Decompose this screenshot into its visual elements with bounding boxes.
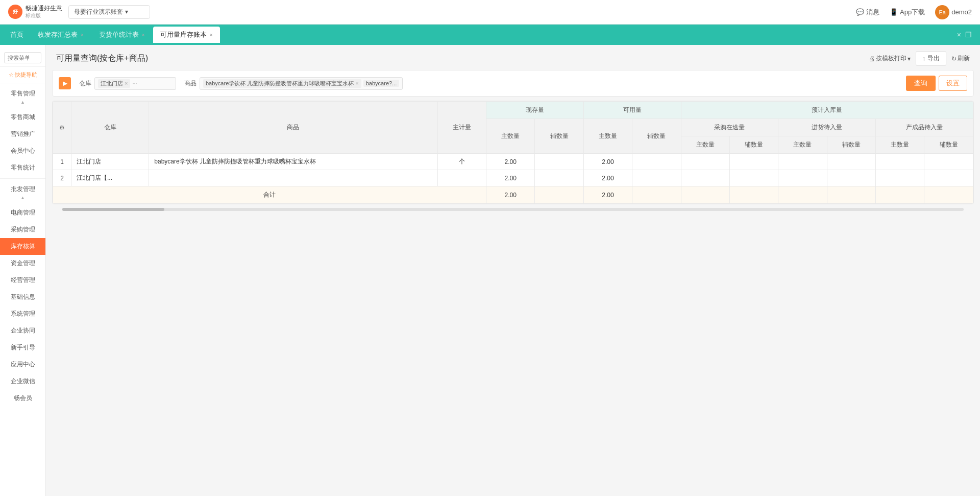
sidebar-item-retail-mgmt[interactable]: 零售管理 ▲ — [0, 85, 45, 109]
sidebar: ☆ 快捷导航 零售管理 ▲ 零售商城 营销推广 会员中心 零售统计 批发管理 ▲… — [0, 45, 46, 496]
app-center-label: 应用中心 — [11, 360, 35, 369]
tab-available-inventory[interactable]: 可用量库存账本 × — [153, 27, 220, 43]
export-label: 导出 — [927, 54, 940, 63]
footer-avail-main: 2.00 — [583, 186, 632, 204]
top-bar-left: 好 畅捷通好生意 标准版 母婴行业演示账套 ▾ — [8, 5, 150, 19]
prod-aux-header: 辅数量 — [924, 136, 973, 154]
vip-label: 畅会员 — [14, 394, 32, 403]
sidebar-item-app-center[interactable]: 应用中心 — [0, 356, 45, 373]
tab-home[interactable]: 首页 — [4, 27, 30, 43]
tab-available-close[interactable]: × — [210, 32, 213, 38]
sidebar-divider-1 — [0, 83, 45, 83]
warehouse-label: 仓库 — [79, 79, 91, 88]
sidebar-item-retail-shop[interactable]: 零售商城 — [0, 109, 45, 126]
tab-receive-label: 收发存汇总表 — [38, 30, 78, 39]
search-input[interactable] — [4, 52, 41, 63]
industry-selector[interactable]: 母婴行业演示账套 ▾ — [68, 5, 150, 19]
footer-avail-aux — [632, 186, 681, 204]
sidebar-search-wrap — [0, 49, 45, 67]
window-close-btn[interactable]: × — [957, 31, 961, 39]
sidebar-item-wholesale-mgmt[interactable]: 批发管理 ▲ — [0, 181, 45, 204]
sidebar-item-ops[interactable]: 经营管理 — [0, 272, 45, 289]
window-controls: × ❐ — [957, 31, 976, 39]
retail-stat-label: 零售统计 — [11, 163, 35, 172]
page-actions: 🖨 按模板打印 ▾ ↑ 导出 ↻ 刷新 — [869, 51, 970, 66]
sidebar-item-purchase[interactable]: 采购管理 — [0, 221, 45, 238]
avail-main-qty-header: 主数量 — [583, 119, 632, 154]
row-prod-main — [876, 170, 924, 186]
sidebar-item-retail-stat[interactable]: 零售统计 — [0, 159, 45, 176]
message-btn[interactable]: 💬 消息 — [856, 8, 879, 17]
nav-tabs: 首页 收发存汇总表 × 要货单统计表 × 可用量库存账本 × × ❐ — [0, 25, 980, 45]
row-warehouse: 江北门店 — [71, 154, 149, 170]
current-main-qty-header: 主数量 — [486, 119, 534, 154]
retail-mgmt-label: 零售管理 — [11, 89, 35, 98]
sidebar-item-marketing[interactable]: 营销推广 — [0, 126, 45, 143]
sidebar-item-newbie[interactable]: 新手引导 — [0, 339, 45, 356]
row-warehouse: 江北门店【... — [71, 170, 149, 186]
warehouse-tag-close[interactable]: × — [125, 80, 128, 86]
inventory-label: 库存核算 — [11, 242, 35, 251]
product-tag-1-close[interactable]: × — [355, 80, 358, 86]
product-input[interactable]: babycare学饮杯 儿童防摔防撞吸管杯重力球吸嘴杯宝宝水杯 × babyca… — [200, 77, 403, 90]
row-current-aux — [535, 154, 583, 170]
sidebar-item-member[interactable]: 会员中心 — [0, 143, 45, 159]
setting-btn[interactable]: 设置 — [939, 76, 967, 91]
filter-expand-btn[interactable]: ▶ — [59, 77, 71, 89]
scrollbar-track[interactable] — [62, 208, 964, 211]
expand-icon: ▶ — [63, 80, 67, 87]
user-profile-btn[interactable]: Ea demo2 — [935, 5, 972, 19]
tab-receive-close[interactable]: × — [81, 32, 84, 38]
message-label: 消息 — [866, 8, 879, 17]
logo-text: 畅捷通好生意 — [26, 5, 62, 12]
row-num: 1 — [53, 154, 71, 170]
product-label: 商品 — [184, 79, 197, 88]
warehouse-tag-text: 江北门店 — [101, 80, 123, 87]
product-tag-1: babycare学饮杯 儿童防摔防撞吸管杯重力球吸嘴杯宝宝水杯 × — [203, 79, 361, 88]
row-in-aux — [827, 154, 875, 170]
sidebar-item-ecommerce[interactable]: 电商管理 — [0, 204, 45, 221]
window-restore-btn[interactable]: ❐ — [965, 31, 972, 39]
row-avail-aux — [632, 170, 681, 186]
tab-order-stat[interactable]: 要货单统计表 × — [92, 27, 152, 43]
print-chevron: ▾ — [908, 55, 911, 62]
print-btn[interactable]: 🖨 按模板打印 ▾ — [869, 54, 911, 63]
quick-nav-btn[interactable]: ☆ 快捷导航 — [0, 69, 45, 81]
row-current-main: 2.00 — [486, 154, 534, 170]
query-btn[interactable]: 查询 — [906, 76, 936, 91]
scrollbar-thumb[interactable] — [62, 208, 164, 211]
sidebar-item-wechat[interactable]: 企业微信 — [0, 373, 45, 390]
warehouse-tag: 江北门店 × — [98, 79, 130, 88]
in-main-header: 主数量 — [778, 136, 827, 154]
avatar: Ea — [935, 5, 949, 19]
ops-label: 经营管理 — [11, 276, 35, 285]
app-download-btn[interactable]: 📱 App下载 — [890, 8, 925, 17]
export-btn[interactable]: ↑ 导出 — [916, 51, 946, 66]
sidebar-item-basic[interactable]: 基础信息 — [0, 289, 45, 305]
sidebar-item-finance[interactable]: 资金管理 — [0, 255, 45, 272]
footer-pur-main — [681, 186, 729, 204]
footer-in-aux — [827, 186, 875, 204]
warehouse-input[interactable]: 江北门店 × ··· — [94, 77, 176, 90]
sidebar-item-inventory[interactable]: 库存核算 — [0, 238, 45, 255]
logo-text-block: 畅捷通好生意 标准版 — [26, 5, 62, 19]
app-download-label: App下载 — [900, 8, 925, 17]
sidebar-item-vip[interactable]: 畅会员 — [0, 390, 45, 407]
row-in-aux — [827, 170, 875, 186]
tab-order-close[interactable]: × — [142, 32, 145, 38]
tab-receive-summary[interactable]: 收发存汇总表 × — [31, 27, 91, 43]
subgroup-product-incoming: 产成品待入量 — [876, 119, 973, 136]
col-settings[interactable]: ⚙ — [53, 102, 71, 154]
footer-prod-main — [876, 186, 924, 204]
col-main-unit-header: 主计量 — [437, 102, 486, 154]
chevron-down-icon: ▾ — [125, 8, 128, 15]
refresh-btn[interactable]: ↻ 刷新 — [951, 54, 970, 63]
row-current-main: 2.00 — [486, 170, 534, 186]
col-product-header: 商品 — [149, 102, 437, 154]
sidebar-item-system[interactable]: 系统管理 — [0, 305, 45, 322]
row-product — [149, 170, 437, 186]
row-current-aux — [535, 170, 583, 186]
retail-shop-label: 零售商城 — [11, 113, 35, 122]
scrollbar-wrap — [52, 206, 974, 212]
sidebar-item-enterprise[interactable]: 企业协同 — [0, 322, 45, 339]
